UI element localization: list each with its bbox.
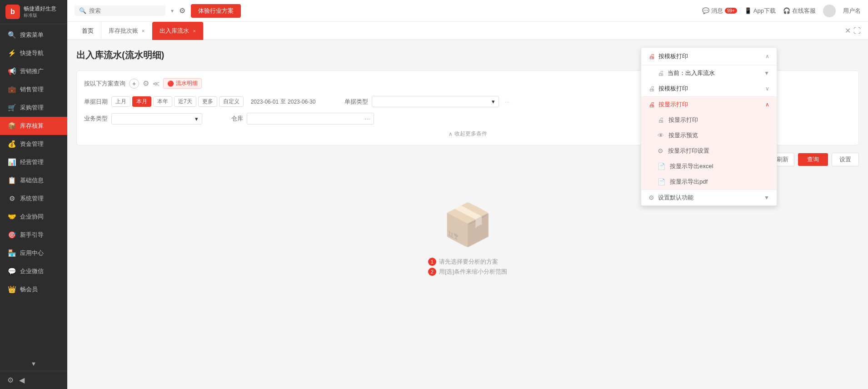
item-label-display-export-excel: 按显示导出excel xyxy=(670,162,713,170)
doc-type-chevron: ▾ xyxy=(492,98,495,105)
sidebar-item-sales[interactable]: 💼销售管理 xyxy=(0,80,67,99)
footer-arrow: ▼ xyxy=(764,194,769,201)
user-avatar[interactable] xyxy=(823,5,836,17)
member-icon: 👑 xyxy=(7,285,16,294)
sidebar-item-appstore[interactable]: 🏪应用中心 xyxy=(0,244,67,262)
section-icon-display-print: 🖨 xyxy=(649,101,655,108)
date-filter-item: 单据日期 上月本月本年近7天更多自定义 2023-06-01 至 2023-06… xyxy=(84,96,315,107)
date-btn-last_month[interactable]: 上月 xyxy=(111,96,130,107)
dropdown-item-display-export-pdf[interactable]: 📄 按显示导出pdf xyxy=(641,174,777,190)
sidebar-item-inventory[interactable]: 📦库存核算 xyxy=(0,117,67,135)
dropdown-footer[interactable]: ⚙ 设置默认功能 ▼ xyxy=(641,190,777,205)
trial-btn[interactable]: 体验行业方案 xyxy=(191,4,241,18)
section-header-display-print[interactable]: 🖨 按显示打印 ∧ xyxy=(641,97,777,112)
tab-label-home: 首页 xyxy=(82,27,94,35)
date-btn-current_year[interactable]: 本年 xyxy=(153,96,172,107)
message-icon: 💬 xyxy=(702,7,709,14)
appstore-icon: 🏪 xyxy=(7,249,16,258)
sidebar-item-guide[interactable]: 🎯新手引导 xyxy=(0,226,67,244)
sidebar-item-operations[interactable]: 📊经营管理 xyxy=(0,153,67,171)
dropdown-item-display-print-settings[interactable]: ⚙ 按显示打印设置 xyxy=(641,143,777,159)
warehouse-label: 仓库 xyxy=(231,115,243,123)
doc-type-select[interactable]: ▾ xyxy=(372,96,499,107)
close-tab-inventory_batch[interactable]: × xyxy=(142,28,145,34)
app-download-btn[interactable]: 📱 App下载 xyxy=(744,7,776,15)
dropdown-item-display-preview[interactable]: 👁 按显示预览 xyxy=(641,128,777,143)
tag-icon: 🔴 xyxy=(167,80,174,87)
wechat-icon: 💬 xyxy=(7,267,16,276)
sidebar-nav: 🔍搜索菜单⚡快捷导航📢营销推广💼销售管理🛒采购管理📦库存核算💰资金管理📊经营管理… xyxy=(0,24,67,356)
sidebar-item-search[interactable]: 🔍搜索菜单 xyxy=(0,26,67,44)
sidebar-item-member[interactable]: 👑畅会员 xyxy=(0,280,67,299)
empty-step-2: 2 用[选]条件来缩小分析范围 xyxy=(428,268,507,276)
topbar-gear-icon[interactable]: ⚙ xyxy=(179,6,185,15)
step-2-num: 2 xyxy=(428,268,436,276)
business-type-select[interactable]: ▾ xyxy=(111,113,202,125)
collapse-icon: ∧ xyxy=(449,131,453,137)
doc-type-more-btn[interactable]: ··· xyxy=(504,98,509,105)
search-input[interactable] xyxy=(89,7,153,14)
date-from[interactable]: 2023-06-01 xyxy=(251,99,279,105)
date-btn-custom[interactable]: 自定义 xyxy=(219,96,244,107)
item-label-display-print-settings: 按显示打印设置 xyxy=(668,147,709,155)
topbar-chevron-icon[interactable]: ▾ xyxy=(171,8,174,14)
logo-text: 畅捷通好生意 标准版 xyxy=(24,5,56,19)
expand-btn[interactable]: ⛶ xyxy=(853,26,861,35)
logo-icon: b xyxy=(5,5,20,19)
dropdown-current-template[interactable]: 🖨 当前：出入库流水 ▼ xyxy=(641,65,777,81)
tag-label: 流水明细 xyxy=(176,80,198,87)
settings-btn[interactable]: 设置 xyxy=(832,153,859,166)
sidebar: b 畅捷通好生意 标准版 🔍搜索菜单⚡快捷导航📢营销推广💼销售管理🛒采购管理📦库… xyxy=(0,0,67,389)
dropdown-item-display-export-excel[interactable]: 📄 按显示导出excel xyxy=(641,159,777,174)
online-service-btn[interactable]: 🎧 在线客服 xyxy=(783,7,816,15)
collapse-sidebar-icon[interactable]: ◀ xyxy=(19,376,25,384)
username-label[interactable]: 用户名 xyxy=(843,7,861,15)
dropdown-close-arrow[interactable]: ∧ xyxy=(765,53,769,60)
section-label-template-print: 按模板打印 xyxy=(658,85,688,93)
step-1-num: 1 xyxy=(428,258,436,266)
item-icon-display-preview: 👁 xyxy=(658,132,664,139)
add-condition-btn[interactable]: + xyxy=(129,79,139,89)
warehouse-input[interactable]: ··· xyxy=(247,113,374,125)
search-icon: 🔍 xyxy=(79,7,86,14)
sidebar-item-purchase[interactable]: 🛒采购管理 xyxy=(0,99,67,117)
tab-in_out_flow[interactable]: 出入库流水× xyxy=(152,22,203,40)
topbar-right: 💬 消息 99+ 📱 App下载 🎧 在线客服 用户名 xyxy=(702,5,861,17)
tab-home[interactable]: 首页 xyxy=(75,22,101,40)
close-all-tabs-btn[interactable]: ✕ xyxy=(845,26,851,35)
sidebar-item-wechat[interactable]: 💬企业微信 xyxy=(0,262,67,280)
scroll-down-icon[interactable]: ▼ xyxy=(28,358,39,369)
filter-settings-icon[interactable]: ⚙ xyxy=(143,79,149,88)
close-tab-in_out_flow[interactable]: × xyxy=(193,28,195,34)
topbar-search-box[interactable]: 🔍 xyxy=(75,5,165,16)
item-icon-display-export-pdf: 📄 xyxy=(658,178,665,185)
date-to[interactable]: 2023-06-30 xyxy=(288,99,315,105)
sidebar-item-system[interactable]: ⚙系统管理 xyxy=(0,190,67,208)
collab-icon: 🤝 xyxy=(7,212,16,221)
tab-label-in_out_flow: 出入库流水 xyxy=(160,27,189,35)
business-type-label: 业务类型 xyxy=(84,115,108,123)
date-btn-more[interactable]: 更多 xyxy=(198,96,217,107)
filter-collapse-icon[interactable]: ≪ xyxy=(153,80,160,87)
filter-tag-item[interactable]: 🔴 流水明细 xyxy=(163,78,202,89)
warehouse-more-btn[interactable]: ··· xyxy=(364,115,370,122)
query-btn[interactable]: 查询 xyxy=(798,153,828,166)
sidebar-item-shortcut[interactable]: ⚡快捷导航 xyxy=(0,44,67,62)
messages-btn[interactable]: 💬 消息 99+ xyxy=(702,7,737,15)
settings-bottom-icon[interactable]: ⚙ xyxy=(7,376,14,384)
section-header-template-print[interactable]: 🖨 按模板打印 ∨ xyxy=(641,81,777,96)
basic-icon: 📋 xyxy=(7,176,16,185)
sidebar-item-finance[interactable]: 💰资金管理 xyxy=(0,135,67,153)
date-btn-current_month[interactable]: 本月 xyxy=(132,96,151,107)
sidebar-item-marketing[interactable]: 📢营销推广 xyxy=(0,62,67,80)
system-icon: ⚙ xyxy=(7,194,16,203)
section-icon-template-print: 🖨 xyxy=(649,85,655,92)
collapse-btn[interactable]: ∧ 收起更多条件 xyxy=(449,130,487,138)
date-btn-last_7_days[interactable]: 近7天 xyxy=(174,96,196,107)
step-2-text: 用[选]条件来缩小分析范围 xyxy=(439,268,507,276)
dropdown-item-display-print-item[interactable]: 🖨 按显示打印 xyxy=(641,112,777,128)
tab-inventory_batch[interactable]: 库存批次账× xyxy=(101,22,152,40)
filter-conditions-label: 按以下方案查询 xyxy=(84,80,125,88)
sidebar-item-collab[interactable]: 🤝企业协同 xyxy=(0,208,67,226)
sidebar-item-basic[interactable]: 📋基础信息 xyxy=(0,171,67,190)
